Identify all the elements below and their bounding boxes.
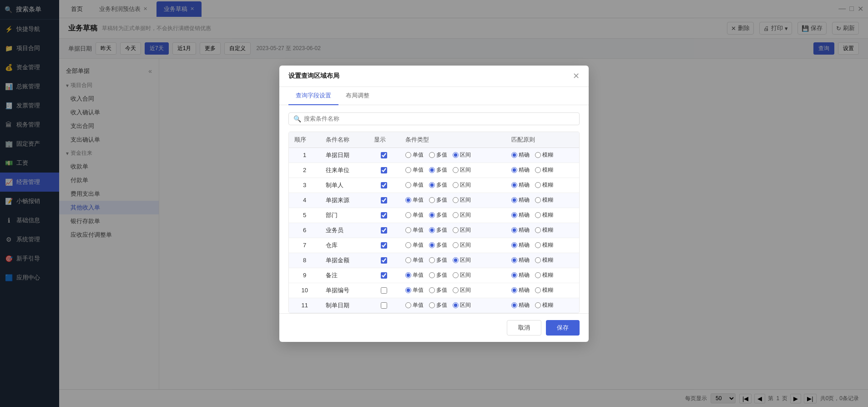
match-radio-label[interactable]: 精确 xyxy=(511,211,530,219)
match-radio-label[interactable]: 精确 xyxy=(511,196,530,204)
type-radio[interactable] xyxy=(405,182,411,188)
row-display-checkbox[interactable] xyxy=(381,182,387,188)
type-radio-label[interactable]: 单值 xyxy=(405,286,424,294)
type-radio[interactable] xyxy=(405,152,411,158)
match-radio-label[interactable]: 精确 xyxy=(511,181,530,189)
type-radio[interactable] xyxy=(429,272,435,278)
type-radio[interactable] xyxy=(405,272,411,278)
type-radio[interactable] xyxy=(453,287,459,293)
type-radio[interactable] xyxy=(405,287,411,293)
type-radio-label[interactable]: 区间 xyxy=(453,271,471,279)
type-radio-label[interactable]: 多值 xyxy=(429,226,447,234)
type-radio-label[interactable]: 区间 xyxy=(453,166,471,174)
match-radio-label[interactable]: 模糊 xyxy=(535,241,553,249)
type-radio[interactable] xyxy=(429,302,435,308)
match-radio[interactable] xyxy=(535,242,541,248)
type-radio-label[interactable]: 单值 xyxy=(405,301,424,309)
type-radio[interactable] xyxy=(453,152,459,158)
type-radio[interactable] xyxy=(453,257,459,263)
type-radio[interactable] xyxy=(405,197,411,203)
type-radio-label[interactable]: 单值 xyxy=(405,271,424,279)
type-radio[interactable] xyxy=(429,227,435,233)
match-radio-label[interactable]: 精确 xyxy=(511,286,530,294)
match-radio-label[interactable]: 模糊 xyxy=(535,211,553,219)
type-radio-label[interactable]: 多值 xyxy=(429,241,447,249)
dialog-tab-query[interactable]: 查询字段设置 xyxy=(288,87,338,105)
type-radio-label[interactable]: 区间 xyxy=(453,211,471,219)
type-radio[interactable] xyxy=(429,167,435,173)
match-radio[interactable] xyxy=(535,197,541,203)
type-radio-label[interactable]: 多值 xyxy=(429,256,447,264)
match-radio-label[interactable]: 模糊 xyxy=(535,151,553,159)
type-radio[interactable] xyxy=(429,212,435,218)
type-radio-label[interactable]: 多值 xyxy=(429,166,447,174)
type-radio[interactable] xyxy=(405,242,411,248)
type-radio-label[interactable]: 单值 xyxy=(405,196,424,204)
match-radio[interactable] xyxy=(511,152,517,158)
match-radio[interactable] xyxy=(511,287,517,293)
type-radio-label[interactable]: 区间 xyxy=(453,286,471,294)
match-radio-label[interactable]: 模糊 xyxy=(535,181,553,189)
row-display-checkbox[interactable] xyxy=(381,242,387,249)
type-radio-label[interactable]: 区间 xyxy=(453,196,471,204)
type-radio[interactable] xyxy=(405,227,411,233)
match-radio-label[interactable]: 精确 xyxy=(511,166,530,174)
match-radio-label[interactable]: 模糊 xyxy=(535,166,553,174)
type-radio[interactable] xyxy=(453,272,459,278)
type-radio-label[interactable]: 多值 xyxy=(429,211,447,219)
row-display-checkbox[interactable] xyxy=(381,197,387,204)
match-radio[interactable] xyxy=(535,227,541,233)
type-radio[interactable] xyxy=(453,197,459,203)
row-display-checkbox[interactable] xyxy=(381,227,387,234)
match-radio[interactable] xyxy=(511,302,517,308)
type-radio-label[interactable]: 区间 xyxy=(453,151,471,159)
match-radio[interactable] xyxy=(511,272,517,278)
type-radio[interactable] xyxy=(453,212,459,218)
type-radio-label[interactable]: 单值 xyxy=(405,181,424,189)
row-display-checkbox[interactable] xyxy=(381,302,387,309)
type-radio-label[interactable]: 区间 xyxy=(453,256,471,264)
type-radio-label[interactable]: 单值 xyxy=(405,166,424,174)
type-radio[interactable] xyxy=(405,212,411,218)
type-radio-label[interactable]: 单值 xyxy=(405,256,424,264)
match-radio[interactable] xyxy=(535,302,541,308)
type-radio[interactable] xyxy=(405,167,411,173)
type-radio[interactable] xyxy=(453,167,459,173)
match-radio[interactable] xyxy=(511,227,517,233)
match-radio-label[interactable]: 模糊 xyxy=(535,256,553,264)
row-display-checkbox[interactable] xyxy=(381,167,387,173)
type-radio-label[interactable]: 单值 xyxy=(405,226,424,234)
type-radio-label[interactable]: 多值 xyxy=(429,286,447,294)
match-radio[interactable] xyxy=(511,212,517,218)
row-display-checkbox[interactable] xyxy=(381,287,387,294)
type-radio[interactable] xyxy=(405,257,411,263)
match-radio-label[interactable]: 精确 xyxy=(511,301,530,309)
match-radio-label[interactable]: 模糊 xyxy=(535,301,553,309)
type-radio-label[interactable]: 单值 xyxy=(405,151,424,159)
type-radio-label[interactable]: 单值 xyxy=(405,211,424,219)
match-radio-label[interactable]: 精确 xyxy=(511,151,530,159)
type-radio[interactable] xyxy=(429,287,435,293)
match-radio[interactable] xyxy=(511,257,517,263)
type-radio[interactable] xyxy=(453,242,459,248)
type-radio[interactable] xyxy=(429,152,435,158)
row-display-checkbox[interactable] xyxy=(381,212,387,219)
type-radio[interactable] xyxy=(405,302,411,308)
type-radio-label[interactable]: 多值 xyxy=(429,151,447,159)
match-radio[interactable] xyxy=(511,242,517,248)
match-radio-label[interactable]: 模糊 xyxy=(535,271,553,279)
match-radio[interactable] xyxy=(535,212,541,218)
match-radio-label[interactable]: 精确 xyxy=(511,226,530,234)
dialog-save-button[interactable]: 保存 xyxy=(546,320,580,336)
type-radio-label[interactable]: 多值 xyxy=(429,301,447,309)
type-radio[interactable] xyxy=(453,182,459,188)
match-radio[interactable] xyxy=(535,287,541,293)
match-radio[interactable] xyxy=(535,257,541,263)
type-radio-label[interactable]: 区间 xyxy=(453,301,471,309)
dialog-search-input[interactable] xyxy=(304,115,575,122)
type-radio-label[interactable]: 区间 xyxy=(453,241,471,249)
type-radio[interactable] xyxy=(429,197,435,203)
type-radio-label[interactable]: 区间 xyxy=(453,226,471,234)
type-radio[interactable] xyxy=(429,242,435,248)
match-radio[interactable] xyxy=(511,167,517,173)
